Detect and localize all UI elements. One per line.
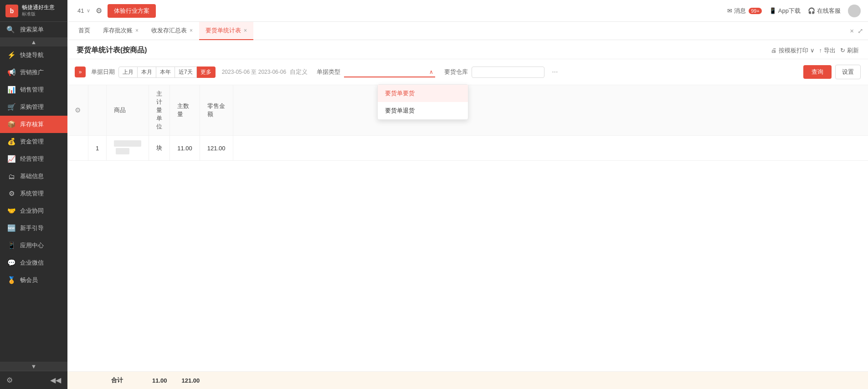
date-cur-month-btn[interactable]: 本月	[138, 67, 156, 78]
sidebar-item-base[interactable]: 🗂 基础信息	[0, 168, 67, 185]
sidebar-item-inventory[interactable]: 📦 库存核算	[0, 116, 67, 133]
filter-area: » 单据日期 上月 本月 本年 近7天 更多 2023-05-06 至 2023…	[67, 59, 868, 85]
sidebar-settings-icon[interactable]: ⚙	[6, 376, 13, 384]
date-more-btn[interactable]: 更多	[197, 67, 216, 78]
date-7days-btn[interactable]: 近7天	[175, 67, 197, 78]
goods-placeholder2	[116, 148, 129, 154]
print-icon: 🖨	[771, 47, 777, 54]
type-dropdown: 要货单要货 要货单退货	[377, 84, 468, 120]
sidebar-item-guide[interactable]: 🆕 新手引导	[0, 220, 67, 237]
sidebar-label-purchase: 采购管理	[20, 103, 44, 111]
marketing-icon: 📢	[6, 68, 16, 77]
filter-expand-btn[interactable]: »	[75, 67, 86, 77]
export-label: 导出	[824, 46, 836, 55]
quick-nav-icon: ⚡	[6, 51, 16, 59]
sidebar-item-purchase[interactable]: 🛒 采购管理	[0, 98, 67, 116]
service-icon: 🎧	[808, 7, 815, 14]
topbar-gear-icon[interactable]: ⚙	[96, 6, 102, 15]
tab-expand-icon[interactable]: ⤢	[858, 27, 863, 35]
cell-qty: 11.00	[170, 136, 200, 161]
sidebar-bottom: ⚙ ◀◀	[0, 371, 67, 389]
msg-icon: ✉	[727, 7, 732, 14]
sidebar-item-wechat[interactable]: 💬 企业微信	[0, 254, 67, 271]
scroll-down-btn[interactable]: ▼	[0, 362, 67, 371]
refresh-label: 刷新	[847, 46, 859, 55]
type-select[interactable]: ∧	[344, 67, 435, 77]
sidebar-item-quick-nav[interactable]: ⚡ 快捷导航	[0, 46, 67, 64]
page-container: 要货单统计表(按商品) 🖨 按模板打印 ∨ ↑ 导出 ↻ 刷新	[67, 40, 868, 389]
sidebar-item-finance[interactable]: 💰 资金管理	[0, 133, 67, 150]
cell-goods	[107, 136, 149, 161]
date-filter-group: 单据日期 上月 本月 本年 近7天 更多 2023-05-06 至 2023-0…	[91, 67, 308, 78]
sidebar-item-system[interactable]: ⚙ 系统管理	[0, 185, 67, 202]
set-button[interactable]: 设置	[835, 65, 861, 79]
cell-amount: 121.00	[200, 136, 233, 161]
logo-text: 畅捷通好生意	[22, 4, 55, 11]
sidebar-label-inventory: 库存核算	[20, 120, 44, 128]
tab-order-stat-close[interactable]: ×	[244, 27, 247, 34]
msg-badge: 99+	[749, 8, 762, 14]
operation-icon: 📈	[6, 155, 16, 163]
sidebar-item-appstore[interactable]: 📱 应用中心	[0, 237, 67, 254]
table-col-amount: 零售金额	[200, 85, 233, 136]
topbar-left: 41 ∨ ⚙ 体验行业方案	[75, 4, 156, 18]
type-select-input[interactable]	[344, 67, 435, 77]
tab-order-stat[interactable]: 要货单统计表 ×	[199, 22, 253, 40]
table-col-goods: 商品	[107, 85, 149, 136]
sidebar-item-marketing[interactable]: 📢 营销推广	[0, 64, 67, 81]
type-select-arrow-icon[interactable]: ∧	[429, 69, 433, 75]
dropdown-item-order-return[interactable]: 要货单退货	[378, 102, 468, 119]
store-selector[interactable]: 41 ∨	[75, 7, 90, 14]
tab-inventory-batch-close[interactable]: ×	[135, 27, 139, 34]
query-button[interactable]: 查询	[803, 65, 832, 79]
sidebar-label-sales: 销售管理	[20, 86, 44, 94]
refresh-btn[interactable]: ↻ 刷新	[840, 46, 859, 55]
system-icon: ⚙	[6, 189, 16, 198]
custom-date-btn[interactable]: 自定义	[290, 68, 308, 76]
avatar[interactable]	[848, 5, 861, 17]
filter-more-icon[interactable]: ···	[552, 68, 558, 76]
tab-home[interactable]: 首页	[72, 22, 97, 40]
date-filter-label: 单据日期	[91, 68, 115, 76]
type-filter-label: 单据类型	[317, 68, 340, 76]
warehouse-filter-group: 要货仓库 ···	[444, 67, 558, 78]
sidebar-item-operation[interactable]: 📈 经营管理	[0, 150, 67, 168]
base-icon: 🗂	[6, 173, 16, 180]
app-logo: b 畅捷通好生意 标准版	[0, 0, 67, 22]
table-col-setting[interactable]: ⚙	[67, 85, 88, 136]
dropdown-item-order-goods[interactable]: 要货单要货	[378, 85, 468, 102]
app-download-btn[interactable]: 📱 App下载	[769, 7, 801, 15]
cell-extra	[233, 136, 868, 161]
inventory-icon: 📦	[6, 120, 16, 128]
page-title: 要货单统计表(按商品)	[77, 46, 147, 55]
table-col-num	[88, 85, 107, 136]
store-num: 41	[77, 7, 84, 14]
tab-close-all-icon[interactable]: ×	[850, 27, 854, 35]
date-year-btn[interactable]: 本年	[156, 67, 175, 78]
sidebar-item-enterprise[interactable]: 🤝 企业协同	[0, 202, 67, 220]
service-btn[interactable]: 🎧 在线客服	[808, 7, 841, 15]
warehouse-input[interactable]	[472, 67, 544, 78]
finance-icon: 💰	[6, 138, 16, 146]
scroll-up-btn[interactable]: ▲	[0, 37, 67, 46]
sidebar: b 畅捷通好生意 标准版 🔍 搜索菜单 ▲ ⚡ 快捷导航 📢 营销推广 📊 销售…	[0, 0, 67, 389]
export-btn[interactable]: ↑ 导出	[819, 46, 836, 55]
tab-recv-summary[interactable]: 收发存汇总表 ×	[145, 22, 199, 40]
msg-btn[interactable]: ✉ 消息 99+	[727, 7, 762, 15]
print-btn[interactable]: 🖨 按模板打印 ∨	[771, 46, 815, 55]
wechat-icon: 💬	[6, 259, 16, 267]
tab-inventory-batch[interactable]: 库存批次账 ×	[97, 22, 145, 40]
tab-recv-summary-close[interactable]: ×	[190, 27, 193, 34]
date-btns: 上月 本月 本年 近7天 更多	[118, 67, 216, 78]
logo-icon: b	[5, 5, 18, 17]
sidebar-item-member[interactable]: 🏅 畅会员	[0, 271, 67, 289]
sidebar-collapse-icon[interactable]: ◀◀	[50, 376, 61, 384]
trial-button[interactable]: 体验行业方案	[108, 4, 156, 18]
sidebar-label-system: 系统管理	[20, 189, 44, 198]
table-col-extra	[233, 85, 868, 136]
purchase-icon: 🛒	[6, 103, 16, 111]
sidebar-search[interactable]: 🔍 搜索菜单	[0, 22, 67, 37]
sidebar-item-sales[interactable]: 📊 销售管理	[0, 81, 67, 98]
date-up-month-btn[interactable]: 上月	[118, 67, 138, 78]
warehouse-filter-label: 要货仓库	[444, 68, 468, 76]
